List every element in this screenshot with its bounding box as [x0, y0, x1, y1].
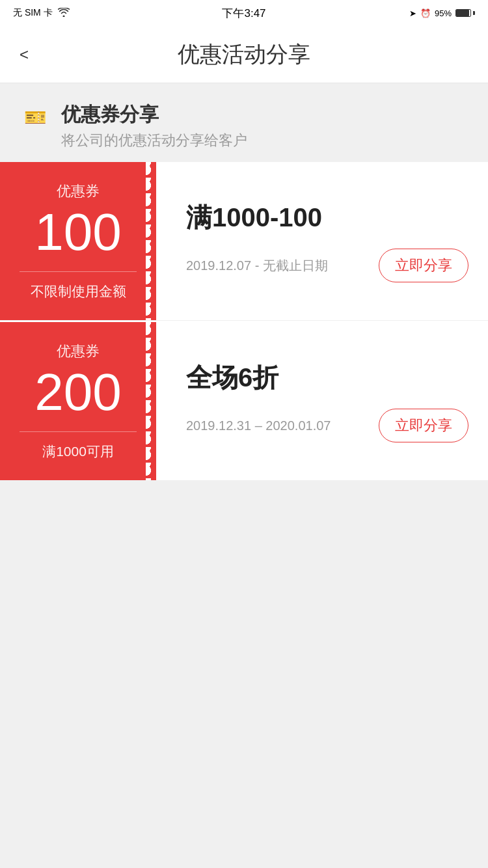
share-button-1[interactable]: 立即分享 — [379, 249, 468, 282]
empty-area — [0, 482, 488, 807]
coupon-left-1: 优惠券 100 不限制使用金额 — [0, 162, 156, 320]
status-bar: 无 SIM 卡 下午3:47 ➤ ⏰ 95% — [0, 0, 488, 26]
section-title: 优惠券分享 — [61, 102, 247, 128]
coupon-type-2: 优惠券 — [57, 342, 100, 361]
alarm-icon: ⏰ — [420, 8, 431, 18]
coupon-card-1: 优惠券 100 不限制使用金额 满1000-100 2019.12.07 - 无… — [0, 162, 488, 321]
coupon-meta-2: 2019.12.31 – 2020.01.07 立即分享 — [186, 409, 468, 442]
location-icon: ➤ — [409, 8, 416, 18]
status-right: ➤ ⏰ 95% — [409, 8, 475, 18]
coupon-condition-1: 不限制使用金额 — [31, 282, 126, 301]
coupon-amount-2: 200 — [34, 366, 121, 418]
coupon-type-1: 优惠券 — [57, 182, 100, 201]
wifi-icon — [58, 8, 70, 19]
coupon-meta-1: 2019.12.07 - 无截止日期 立即分享 — [186, 249, 468, 282]
coupon-divider-1 — [20, 271, 137, 272]
section-icon: 🎫 — [20, 102, 51, 133]
coupon-date-1: 2019.12.07 - 无截止日期 — [186, 257, 366, 275]
status-time: 下午3:47 — [222, 6, 265, 21]
section-subtitle: 将公司的优惠活动分享给客户 — [61, 131, 247, 150]
battery-percent: 95% — [435, 8, 452, 18]
section-header: 🎫 优惠券分享 将公司的优惠活动分享给客户 — [0, 83, 488, 162]
coupon-name-1: 满1000-100 — [186, 200, 468, 236]
coupon-date-2: 2019.12.31 – 2020.01.07 — [186, 418, 366, 433]
share-button-2[interactable]: 立即分享 — [379, 409, 468, 442]
status-left: 无 SIM 卡 — [13, 7, 70, 19]
page-title: 优惠活动分享 — [178, 40, 310, 70]
battery-icon — [455, 9, 475, 17]
coupon-card-2: 优惠券 200 满1000可用 全场6折 2019.12.31 – 2020.0… — [0, 322, 488, 481]
nav-bar: < 优惠活动分享 — [0, 26, 488, 83]
section-text-block: 优惠券分享 将公司的优惠活动分享给客户 — [61, 102, 247, 150]
coupons-container: 优惠券 100 不限制使用金额 满1000-100 2019.12.07 - 无… — [0, 162, 488, 481]
coupon-right-2: 全场6折 2019.12.31 – 2020.01.07 立即分享 — [156, 322, 488, 480]
coupon-right-1: 满1000-100 2019.12.07 - 无截止日期 立即分享 — [156, 162, 488, 320]
coupon-left-2: 优惠券 200 满1000可用 — [0, 322, 156, 480]
coupon-amount-1: 100 — [34, 206, 121, 258]
coupon-divider-2 — [20, 431, 137, 432]
back-button[interactable]: < — [13, 39, 35, 70]
coupon-condition-2: 满1000可用 — [42, 442, 114, 461]
coupon-name-2: 全场6折 — [186, 360, 468, 396]
carrier-label: 无 SIM 卡 — [13, 7, 53, 19]
